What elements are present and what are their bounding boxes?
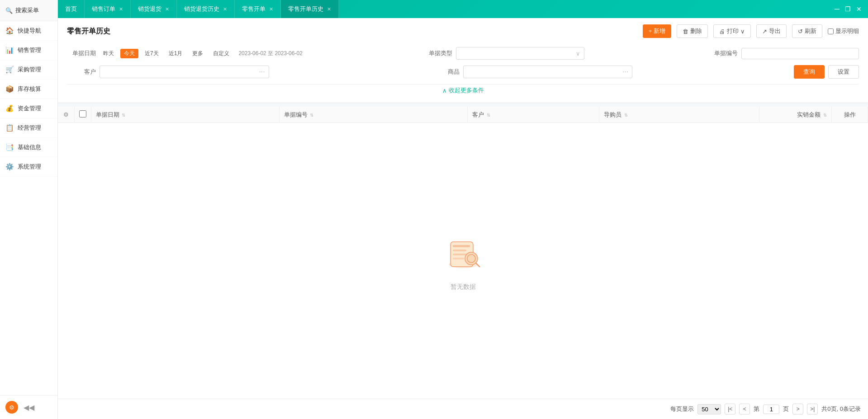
sidebar-item-finance[interactable]: 💰 资金管理: [0, 99, 57, 118]
window-minimize-button[interactable]: ─: [835, 5, 840, 13]
date-range-text: 2023-06-02 至 2023-06-02: [238, 50, 302, 57]
tab-retail-open[interactable]: 零售开单 ✕: [235, 0, 281, 18]
th-date-sort[interactable]: ⇅: [122, 113, 125, 118]
display-detail-toggle[interactable]: 显示明细: [828, 27, 859, 35]
next-page-button[interactable]: >: [792, 404, 803, 414]
tab-retail-open-label: 零售开单: [242, 5, 266, 13]
th-amount-sort[interactable]: ⇅: [823, 113, 827, 118]
sidebar-item-purchase-mgmt[interactable]: 🛒 采购管理: [0, 60, 57, 80]
sidebar-search[interactable]: 🔍 搜索采单: [0, 0, 57, 21]
select-all-checkbox[interactable]: [79, 110, 86, 118]
tab-sales-return-history-close[interactable]: ✕: [223, 6, 227, 12]
tab-sales-return[interactable]: 销货退货 ✕: [131, 0, 177, 18]
doc-icon: 📑: [5, 143, 14, 151]
customer-filter-select[interactable]: ···: [100, 66, 269, 78]
tab-sales-return-history-label: 销货退货历史: [184, 5, 219, 13]
tab-retail-open-history[interactable]: 零售开单历史 ✕: [281, 0, 339, 18]
th-actions-label: 操作: [844, 111, 856, 118]
date-options: 昨天 今天 近7天 近1月 更多 自定义 2023-06-02 至 2023-0…: [100, 49, 303, 58]
date-option-7days[interactable]: 近7天: [141, 49, 162, 58]
sidebar-item-label: 销售管理: [18, 46, 41, 54]
pagination: 每页显示 50 10 20 100 |< < 第 页 > >| 共0页, 0条记…: [58, 399, 868, 419]
th-guide-sort[interactable]: ⇅: [624, 113, 628, 118]
th-actions: 操作: [832, 107, 868, 123]
print-button[interactable]: 🖨 打印 ∨: [713, 24, 751, 38]
sidebar-item-operations[interactable]: 📋 经营管理: [0, 118, 57, 138]
goods-dots-icon[interactable]: ···: [622, 68, 628, 76]
th-customer-sort[interactable]: ⇅: [487, 113, 490, 118]
export-button[interactable]: ↗ 导出: [756, 24, 787, 38]
collapse-conditions-button[interactable]: ∧ 收起更多条件: [67, 84, 859, 98]
svg-rect-5: [453, 258, 464, 259]
tab-retail-open-close[interactable]: ✕: [269, 6, 273, 12]
sidebar-item-label: 系统管理: [18, 163, 41, 171]
display-detail-checkbox[interactable]: [828, 28, 834, 34]
settings-filter-button[interactable]: 设置: [828, 65, 859, 79]
table-header: ⚙ 单据日期 ⇅ 单据编号 ⇅: [58, 107, 868, 123]
sidebar-item-quick-nav[interactable]: 🏠 快捷导航: [0, 21, 57, 41]
page-label: 页: [783, 405, 789, 413]
filter-area: 单据日期 昨天 今天 近7天 近1月 更多 自定义 2023-06-02 至 2…: [67, 44, 859, 103]
tab-sales-order[interactable]: 销售订单 ✕: [85, 0, 131, 18]
sidebar-item-sales-mgmt[interactable]: 📊 销售管理: [0, 41, 57, 60]
sidebar-item-basic-info[interactable]: 📑 基础信息: [0, 138, 57, 157]
add-button[interactable]: + 新增: [643, 24, 671, 38]
date-option-1month[interactable]: 近1月: [165, 49, 186, 58]
window-close-button[interactable]: ✕: [856, 5, 862, 13]
date-option-custom[interactable]: 自定义: [209, 49, 233, 58]
table-area: ⚙ 单据日期 ⇅ 单据编号 ⇅: [58, 107, 868, 419]
sidebar-item-inventory[interactable]: 📦 库存核算: [0, 80, 57, 99]
th-order-num-sort[interactable]: ⇅: [310, 113, 313, 118]
tab-sales-return-close[interactable]: ✕: [165, 6, 169, 12]
display-detail-label: 显示明细: [835, 27, 859, 35]
search-button[interactable]: 查询: [794, 65, 825, 79]
filter-row-date: 单据日期 昨天 今天 近7天 近1月 更多 自定义 2023-06-02 至 2…: [67, 44, 859, 62]
sidebar-item-system-mgmt[interactable]: ⚙️ 系统管理: [0, 157, 57, 177]
delete-button[interactable]: 🗑 删除: [677, 24, 708, 38]
chart-icon: 📊: [5, 46, 14, 54]
goods-filter-select[interactable]: ···: [463, 66, 633, 78]
collapse-sidebar-button[interactable]: ◀◀: [23, 401, 35, 414]
order-num-input[interactable]: [741, 48, 859, 59]
tab-sales-order-label: 销售订单: [92, 5, 115, 13]
th-date: 单据日期 ⇅: [91, 107, 279, 123]
tab-sales-return-label: 销货退货: [138, 5, 161, 13]
first-page-button[interactable]: |<: [725, 404, 735, 414]
refresh-label: 刷新: [805, 27, 816, 35]
customer-dots-icon[interactable]: ···: [259, 68, 265, 76]
page-title-row: 零售开单历史 + 新增 🗑 删除 🖨 打印 ∨ ↗ 导出: [67, 24, 859, 38]
per-page-select[interactable]: 50 10 20 100: [697, 404, 721, 414]
last-page-button[interactable]: >|: [807, 404, 818, 414]
tab-home[interactable]: 首页: [58, 0, 85, 18]
date-option-more[interactable]: 更多: [189, 49, 207, 58]
tab-retail-open-history-close[interactable]: ✕: [327, 6, 331, 12]
date-option-yesterday[interactable]: 昨天: [100, 49, 118, 58]
empty-state: 暂无数据: [58, 123, 868, 399]
sidebar-item-label: 采购管理: [18, 66, 41, 74]
date-option-today[interactable]: 今天: [120, 49, 138, 58]
settings-button[interactable]: ⚙: [5, 401, 18, 414]
customer-filter-label: 客户: [67, 68, 100, 76]
tab-sales-order-close[interactable]: ✕: [119, 6, 123, 12]
th-date-label: 单据日期: [96, 111, 119, 118]
window-restore-button[interactable]: ❐: [845, 5, 851, 13]
tab-sales-return-history[interactable]: 销货退货历史 ✕: [177, 0, 235, 18]
box-icon: 📦: [5, 85, 14, 93]
empty-text: 暂无数据: [451, 283, 476, 291]
type-filter-select[interactable]: ∨: [456, 47, 585, 60]
sidebar: 🔍 搜索采单 🏠 快捷导航 📊 销售管理 🛒 采购管理 📦 库存核算 💰 资金管…: [0, 0, 58, 419]
prev-page-button[interactable]: <: [739, 404, 750, 414]
date-filter-label: 单据日期: [67, 49, 100, 57]
topbar: 首页 销售订单 ✕ 销货退货 ✕ 销货退货历史 ✕ 零售开单 ✕ 零售开单历史 …: [58, 0, 868, 18]
export-label: 导出: [769, 27, 781, 35]
th-amount: 实销金额 ⇅: [759, 107, 832, 123]
page-number-input[interactable]: [763, 405, 779, 414]
settings-col-icon[interactable]: ⚙: [63, 111, 69, 118]
th-customer: 客户 ⇅: [467, 107, 599, 123]
delete-icon: 🗑: [683, 28, 688, 35]
refresh-icon: ↺: [798, 28, 803, 35]
clipboard-icon: 📋: [5, 124, 14, 132]
data-table: ⚙ 单据日期 ⇅ 单据编号 ⇅: [58, 107, 868, 123]
th-order-num: 单据编号 ⇅: [279, 107, 467, 123]
refresh-button[interactable]: ↺ 刷新: [792, 24, 822, 38]
